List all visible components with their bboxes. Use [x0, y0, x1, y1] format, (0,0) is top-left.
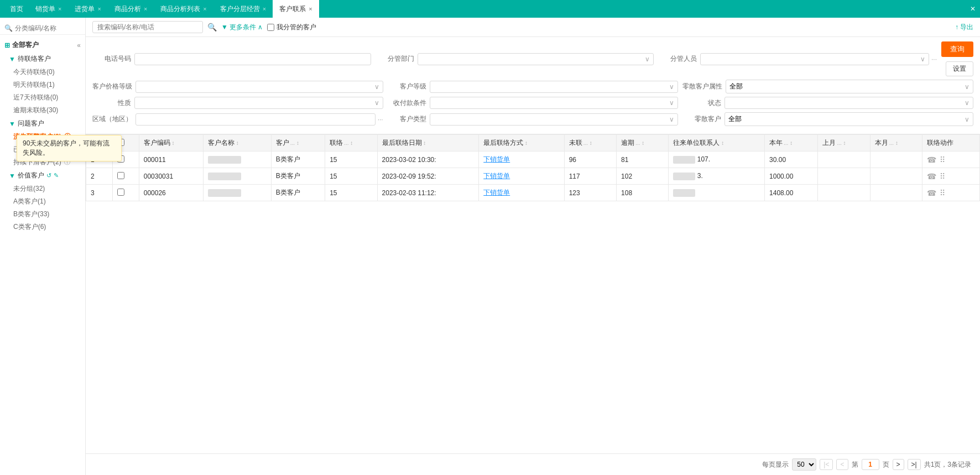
nav-customer-contact[interactable]: 客户联系 × — [273, 0, 319, 18]
overdue-label: 逾期未联络(30) — [13, 106, 58, 114]
sidebar-item-week[interactable]: 近7天待联络(0) — [0, 91, 85, 104]
nav-purchase-label: 进货单 — [75, 4, 95, 14]
nav-sales-close[interactable]: × — [58, 6, 61, 12]
filter-search-input[interactable] — [92, 21, 203, 33]
sidebar-group-value[interactable]: ▼ 价值客户 ↺ ✎ — [0, 169, 85, 182]
cell-cb-1[interactable] — [112, 168, 139, 185]
settings-button[interactable]: 设置 — [946, 61, 973, 76]
sidebar-item-ungrouped[interactable]: 未分组(32) — [0, 182, 85, 195]
col-year-amount-header[interactable]: 本年... — [765, 135, 818, 152]
nav-sales[interactable]: 销货单 × — [29, 0, 68, 18]
col-contact-header[interactable]: 联络... — [325, 135, 377, 152]
query-button[interactable]: 查询 — [941, 41, 973, 57]
per-page-select[interactable]: 50 — [792, 458, 816, 471]
cell-cb-2[interactable] — [112, 185, 139, 201]
prev-page-button[interactable]: < — [836, 459, 848, 470]
page-input[interactable] — [862, 459, 879, 470]
more-conditions-button[interactable]: ▼ 更多条件 ∧ — [221, 23, 263, 32]
customer-type-select[interactable]: ∨ — [430, 113, 679, 126]
retail-attr-select[interactable]: 全部 ∨ — [726, 80, 973, 93]
nav-product-analysis[interactable]: 商品分析 × — [108, 0, 154, 18]
sidebar-item-overdue[interactable]: 逾期未联络(30) — [0, 104, 85, 117]
manager-select[interactable]: ∨ — [700, 53, 929, 65]
my-customers-checkbox[interactable] — [267, 24, 274, 31]
customer-type-label: 客户类型 — [388, 114, 426, 124]
cell-last-method-1[interactable]: 下销货单 — [479, 168, 564, 185]
nav-customer-layer-close[interactable]: × — [263, 6, 266, 12]
more-action-icon-1[interactable]: ⠿ — [940, 172, 945, 181]
customer-level-select[interactable]: ∨ — [430, 81, 679, 93]
first-page-button[interactable]: |< — [820, 459, 833, 470]
advanced-filter-panel: 电话号码 分管部门 ∨ 分管人员 ∨ ··· — [86, 37, 980, 134]
triangle-icon: ▼ — [9, 55, 15, 63]
sidebar-item-a-class[interactable]: A类客户(1) — [0, 195, 85, 208]
cell-last-method-0[interactable]: 下销货单 — [479, 152, 564, 168]
col-type-header[interactable]: 客户... — [271, 135, 325, 152]
table-container[interactable]: ⚙ 客户编码 客户名称 客户... 联络... 最后联络日期 最后联络方式 未联… — [86, 134, 980, 453]
nav-product-list[interactable]: 商品分析列表 × — [154, 0, 213, 18]
nav-customer-contact-close[interactable]: × — [309, 6, 312, 12]
row-checkbox-1[interactable] — [117, 172, 124, 179]
last-method-link-1[interactable]: 下销货单 — [483, 172, 510, 180]
last-page-button[interactable]: >| — [908, 459, 921, 470]
sidebar-search-input[interactable] — [15, 24, 81, 32]
col-this-month-header[interactable]: 本月... — [870, 135, 922, 152]
more-action-icon-0[interactable]: ⠿ — [940, 155, 945, 164]
group-problem-label: 问题客户 — [18, 119, 44, 128]
nav-product-analysis-close[interactable]: × — [144, 6, 147, 12]
last-method-link-0[interactable]: 下销货单 — [483, 155, 510, 163]
col-code-header[interactable]: 客户编码 — [139, 135, 203, 152]
retail-customer-select[interactable]: 全部 ∨ — [724, 112, 973, 126]
price-level-select[interactable]: ∨ — [135, 81, 383, 93]
dept-select[interactable]: ∨ — [418, 53, 654, 65]
more-action-icon-2[interactable]: ⠿ — [940, 189, 945, 197]
contact-icon-2[interactable]: ☎ — [927, 189, 936, 197]
sidebar-group-pending[interactable]: ▼ 待联络客户 — [0, 52, 85, 66]
nav-purchase-close[interactable]: × — [97, 6, 101, 12]
filter-row-2: 客户价格等级 ∨ 客户等级 ∨ 零散客户属性 全部 — [92, 80, 973, 93]
main-container: 🔍 ⊞ 全部客户 « ▼ 待联络客户 今天待联络(0) 明天待联络(1) 近7天… — [0, 18, 980, 475]
filter-field-phone: 电话号码 — [92, 53, 371, 65]
region-input[interactable] — [135, 113, 376, 126]
col-name-header[interactable]: 客户名称 — [203, 135, 271, 152]
nav-home[interactable]: 首页 — [4, 0, 29, 18]
nature-select[interactable]: ∨ — [134, 97, 383, 109]
last-method-link-2[interactable]: 下销货单 — [483, 189, 510, 196]
filter-search-button[interactable]: 🔍 — [207, 23, 217, 32]
value-group-edit-icon[interactable]: ✎ — [54, 172, 59, 179]
export-button[interactable]: ↑ 导出 — [955, 23, 973, 32]
sidebar-item-b-class[interactable]: B类客户(33) — [0, 208, 85, 221]
sidebar-item-today[interactable]: 今天待联络(0) — [0, 66, 85, 79]
payment-select[interactable]: ∨ — [430, 97, 679, 109]
my-customers-checkbox-label[interactable]: 我分管的客户 — [267, 23, 316, 32]
sidebar-all-customers[interactable]: ⊞ 全部客户 « — [0, 38, 85, 52]
status-select[interactable]: ∨ — [724, 97, 973, 109]
col-contact2-header[interactable]: 往来单位联系人 — [669, 135, 765, 152]
col-last-method-header[interactable]: 最后联络方式 — [479, 135, 564, 152]
payment-arrow-icon: ∨ — [669, 99, 674, 107]
value-group-refresh-icon[interactable]: ↺ — [46, 172, 51, 179]
cell-last-method-2[interactable]: 下销货单 — [479, 185, 564, 201]
sidebar-group-problem[interactable]: ▼ 问题客户 — [0, 117, 85, 131]
nav-customer-layer[interactable]: 客户分层经营 × — [213, 0, 273, 18]
col-last-date-header[interactable]: 最后联络日期 — [377, 135, 479, 152]
close-all-icon: ✕ — [970, 5, 976, 13]
close-all-button[interactable]: ✕ — [970, 5, 976, 13]
contact-icon-0[interactable]: ☎ — [927, 155, 936, 164]
sidebar-item-tomorrow[interactable]: 明天待联络(1) — [0, 79, 85, 91]
nav-purchase[interactable]: 进货单 × — [68, 0, 107, 18]
my-customers-label: 我分管的客户 — [277, 23, 316, 32]
row-checkbox-2[interactable] — [117, 189, 124, 196]
col-overdue-header[interactable]: 逾期... — [617, 135, 669, 152]
table-header-row: ⚙ 客户编码 客户名称 客户... 联络... 最后联络日期 最后联络方式 未联… — [86, 135, 980, 152]
price-level-label: 客户价格等级 — [92, 82, 132, 91]
nav-product-list-close[interactable]: × — [203, 6, 206, 12]
contact-icon-1[interactable]: ☎ — [927, 172, 936, 181]
region-dots[interactable]: ··· — [378, 116, 383, 123]
manager-dots[interactable]: ··· — [931, 55, 937, 63]
sidebar-item-c-class[interactable]: C类客户(6) — [0, 221, 85, 233]
col-uncontacted-header[interactable]: 未联... — [564, 135, 616, 152]
phone-input[interactable] — [134, 53, 371, 65]
next-page-button[interactable]: > — [893, 459, 904, 470]
col-last-month-header[interactable]: 上月... — [818, 135, 870, 152]
